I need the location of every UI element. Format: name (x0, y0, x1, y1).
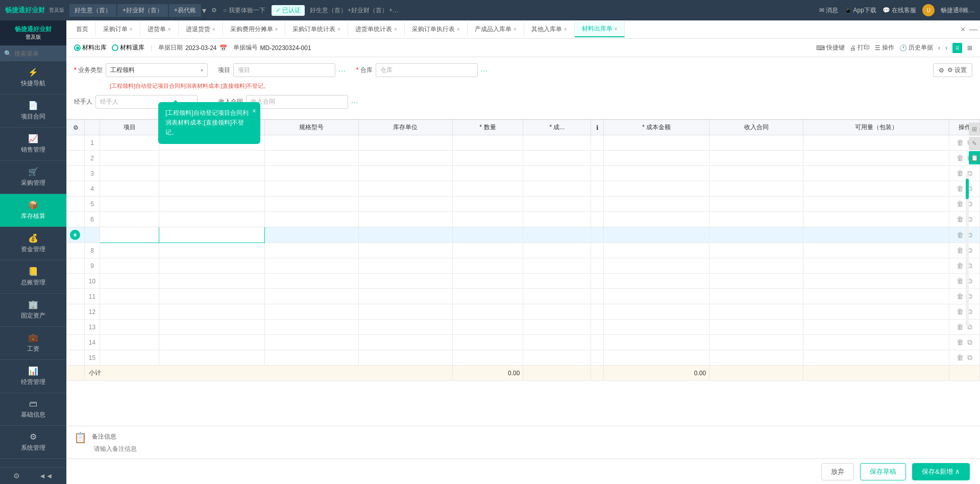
copy-row-14-icon[interactable]: ⧉ (967, 338, 972, 346)
nav-tab-purchase-stat[interactable]: 采购订单统计表 × (285, 22, 348, 37)
delete-row-11-icon[interactable]: 🗑 (957, 292, 964, 300)
td-cost-10[interactable] (523, 274, 591, 289)
radio-material-out[interactable]: 材料出库 (74, 43, 107, 52)
close-product-instock-icon[interactable]: × (513, 27, 517, 32)
td-qty-8[interactable] (452, 243, 523, 258)
td-unit-10[interactable] (358, 274, 452, 289)
delete-row-14-icon[interactable]: 🗑 (957, 338, 964, 346)
view-detail-btn[interactable]: ⊞ (967, 44, 972, 52)
sidebar-item-purchase[interactable]: 🛒 采购管理 (0, 161, 66, 194)
td-income-13[interactable] (709, 320, 803, 335)
view-list-btn[interactable]: ≡ (952, 43, 962, 53)
sidebar-item-ledger[interactable]: 📒 总账管理 (0, 260, 66, 294)
td-material-11[interactable] (159, 289, 265, 304)
td-project-7[interactable] (100, 227, 159, 243)
td-cost-amt-15[interactable] (604, 350, 709, 366)
td-material-8[interactable] (159, 243, 265, 258)
close-purchase-return-icon[interactable]: × (212, 27, 215, 32)
project-more-icon[interactable]: ··· (338, 66, 346, 75)
td-spec-2[interactable] (264, 151, 358, 166)
td-qty-2[interactable] (452, 151, 523, 166)
income-contract-input[interactable]: 收入合同 (246, 95, 348, 109)
delete-row-10-icon[interactable]: 🗑 (957, 277, 964, 285)
td-income-12[interactable] (709, 304, 803, 320)
td-cost-amt-13[interactable] (604, 320, 709, 335)
td-unit-11[interactable] (358, 289, 452, 304)
td-income-9[interactable] (709, 258, 803, 274)
sidebar-item-sales[interactable]: 📈 销售管理 (0, 128, 66, 161)
td-spec-8[interactable] (264, 243, 358, 258)
td-material-10[interactable] (159, 274, 265, 289)
th-cost-info-icon[interactable]: ℹ (591, 120, 604, 135)
td-project-3[interactable] (100, 166, 159, 181)
delete-row-8-icon[interactable]: 🗑 (957, 246, 964, 254)
td-cost-amt-5[interactable] (604, 197, 709, 212)
td-cost-amt-11[interactable] (604, 289, 709, 304)
td-cost-9[interactable] (523, 258, 591, 274)
td-project-13[interactable] (100, 320, 159, 335)
td-unit-12[interactable] (358, 304, 452, 320)
td-material-6[interactable] (159, 212, 265, 227)
sidebar-item-system[interactable]: ⚙ 系统管理 (0, 426, 66, 459)
delete-row-1-icon[interactable]: 🗑 (957, 138, 964, 147)
td-spec-11[interactable] (264, 289, 358, 304)
td-material-13[interactable] (159, 320, 265, 335)
td-cost-amt-10[interactable] (604, 274, 709, 289)
delete-row-15-icon[interactable]: 🗑 (957, 353, 964, 361)
td-cost-15[interactable] (523, 350, 591, 366)
td-cost-8[interactable] (523, 243, 591, 258)
td-unit-15[interactable] (358, 350, 452, 366)
save-new-btn[interactable]: 保存&新增 ∧ (912, 463, 970, 480)
close-purchase-stat-icon[interactable]: × (337, 27, 340, 32)
td-unit-3[interactable] (358, 166, 452, 181)
delete-row-4-icon[interactable]: 🗑 (957, 184, 964, 192)
top-settings-icon[interactable]: ⚙ (211, 7, 217, 14)
top-app-download-btn[interactable]: 📱 App下载 (844, 6, 876, 15)
td-spec-14[interactable] (264, 335, 358, 350)
tab-close-page-icon[interactable]: × (961, 25, 965, 34)
td-project-1[interactable] (100, 135, 159, 151)
td-qty-9[interactable] (452, 258, 523, 274)
td-project-11[interactable] (100, 289, 159, 304)
td-unit-8[interactable] (358, 243, 452, 258)
warehouse-input[interactable]: 仓库 (376, 63, 478, 77)
td-spec-5[interactable] (264, 197, 358, 212)
project-input[interactable]: 项目 (233, 63, 335, 77)
th-unit[interactable]: 库存单位 (358, 120, 452, 135)
td-material-15[interactable] (159, 350, 265, 366)
operate-btn[interactable]: ☰ 操作 (875, 43, 894, 52)
scrollbar-thumb[interactable] (966, 179, 969, 199)
top-tab-yiDaiZhang[interactable]: +易代账 (169, 4, 201, 17)
td-spec-10[interactable] (264, 274, 358, 289)
td-spec-13[interactable] (264, 320, 358, 335)
td-qty-13[interactable] (452, 320, 523, 335)
sidebar-item-operations[interactable]: 📊 经营管理 (0, 360, 66, 393)
td-cost-4[interactable] (523, 181, 591, 197)
td-cost-3[interactable] (523, 166, 591, 181)
prev-btn[interactable]: ‹ (938, 44, 940, 52)
delete-row-2-icon[interactable]: 🗑 (957, 154, 964, 162)
close-material-out-icon[interactable]: × (615, 26, 618, 32)
td-income-8[interactable] (709, 243, 803, 258)
td-income-4[interactable] (709, 181, 803, 197)
td-material-14[interactable] (159, 335, 265, 350)
th-spec[interactable]: 规格型号 (264, 120, 358, 135)
top-certified-badge[interactable]: ✓ 已认证 (272, 5, 305, 16)
th-cost[interactable]: * 成... (523, 120, 591, 135)
right-panel-btn2[interactable]: ✎ (969, 137, 980, 150)
td-qty-10[interactable] (452, 274, 523, 289)
td-qty-4[interactable] (452, 181, 523, 197)
top-tab-experience[interactable]: ○ 我要体验一下 (223, 6, 265, 15)
td-project-6[interactable] (100, 212, 159, 227)
discard-btn[interactable]: 放弃 (821, 463, 854, 480)
td-project-10[interactable] (100, 274, 159, 289)
top-message-btn[interactable]: ✉ 消息 (819, 6, 838, 15)
td-qty-6[interactable] (452, 212, 523, 227)
th-income-contract[interactable]: 收入合同 (709, 120, 803, 135)
td-unit-2[interactable] (358, 151, 452, 166)
td-cost-amt-14[interactable] (604, 335, 709, 350)
td-spec-1[interactable] (264, 135, 358, 151)
td-cost-amt-8[interactable] (604, 243, 709, 258)
td-income-2[interactable] (709, 151, 803, 166)
sidebar-collapse-btn[interactable]: ◄◄ (39, 472, 53, 480)
